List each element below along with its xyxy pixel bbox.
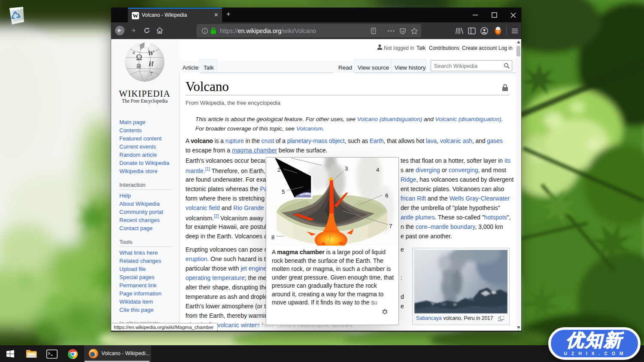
svg-text:7: 7	[389, 223, 392, 229]
svg-text:2: 2	[277, 167, 281, 173]
svg-text:Ω: Ω	[136, 53, 142, 62]
svg-text:5: 5	[282, 189, 285, 195]
svg-text:3: 3	[345, 165, 348, 172]
svg-text:袋: 袋	[136, 63, 141, 69]
svg-text:7: 7	[150, 70, 153, 77]
svg-text:6: 6	[385, 192, 389, 199]
svg-text:4: 4	[376, 167, 380, 173]
svg-text:ά: ά	[133, 50, 135, 55]
svg-text:И: И	[148, 60, 154, 67]
svg-text:8: 8	[271, 234, 275, 240]
svg-text:i: i	[204, 29, 206, 33]
svg-text:W: W	[148, 49, 155, 57]
